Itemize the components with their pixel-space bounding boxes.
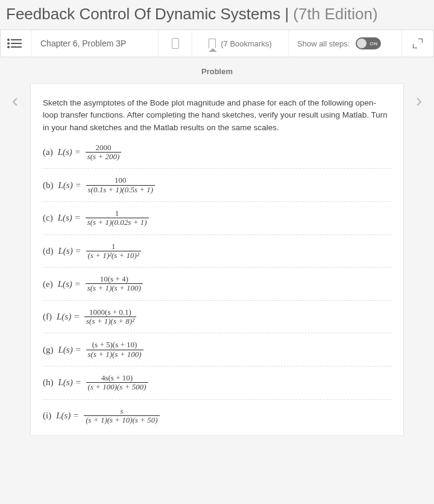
show-steps-toggle[interactable]: ON <box>356 37 381 49</box>
title-edition: (7th Edition) <box>293 5 377 23</box>
toolbar: Chapter 6, Problem 3P (7 Bookmarks) Show… <box>0 30 434 57</box>
eq-fraction: 10(s + 4) s(s + 1)(s + 100) <box>86 275 143 293</box>
eq-fraction: (s + 5)(s + 10) s(s + 1)(s + 100) <box>86 341 143 359</box>
next-button[interactable]: › <box>404 83 434 112</box>
show-steps-label: Show all steps: <box>297 39 350 48</box>
eq-den: s(0.1s + 1)(0.5s + 1) <box>88 185 154 194</box>
chevron-left-icon: ‹ <box>12 89 19 111</box>
eq-label: (d) <box>43 244 54 258</box>
device-icon <box>172 38 179 49</box>
problem-card: Sketch the asymptotes of the Bode plot m… <box>30 83 404 436</box>
eq-label: (f) <box>43 310 52 324</box>
eq-den: s(s + 1)(s + 8)² <box>86 317 134 326</box>
eq-label: (a) <box>43 145 53 159</box>
eq-fraction: 1000(s + 0.1) s(s + 1)(s + 8)² <box>84 308 136 326</box>
eq-lhs: L(s) = <box>56 411 79 420</box>
equation-g: (g) L(s) = (s + 5)(s + 10) s(s + 1)(s + … <box>43 333 391 367</box>
eq-num: 4s(s + 10) <box>99 374 134 382</box>
title-main: Feedback Control Of Dynamic Systems <box>6 5 280 23</box>
eq-den: s(s + 1)(s + 100) <box>88 350 142 359</box>
list-icon <box>11 39 22 48</box>
eq-lhs: L(s) = <box>58 213 81 222</box>
section-header: Problem <box>0 57 434 83</box>
show-steps-control: Show all steps: ON <box>289 30 402 57</box>
eq-lhs: L(s) = <box>58 147 81 157</box>
eq-lhs: L(s) = <box>58 345 81 354</box>
eq-num: 100 <box>113 176 128 184</box>
title-sep: | <box>280 5 293 23</box>
prev-button[interactable]: ‹ <box>0 83 30 112</box>
eq-num: (s + 5)(s + 10) <box>90 341 139 349</box>
toggle-label: ON <box>370 41 377 46</box>
eq-den: s(s + 1)(s + 100) <box>87 283 141 292</box>
equation-b: (b) L(s) = 100 s(0.1s + 1)(0.5s + 1) <box>43 169 391 202</box>
eq-fraction: s (s + 1)(s + 10)(s + 50) <box>84 407 159 425</box>
eq-lhs: L(s) = <box>58 377 81 387</box>
bookmark-count: (7 Bookmarks) <box>221 39 272 48</box>
eq-fraction: 1 s(s + 1)(0.02s + 1) <box>86 209 149 227</box>
eq-fraction: 1 (s + 1)²(s + 10)² <box>86 242 141 260</box>
eq-fraction: 4s(s + 10) (s + 100)(s + 500) <box>86 374 148 392</box>
eq-label: (b) <box>43 178 54 192</box>
page-title: Feedback Control Of Dynamic Systems | (7… <box>0 0 434 30</box>
eq-fraction: 100 s(0.1s + 1)(0.5s + 1) <box>86 176 156 194</box>
toc-button[interactable] <box>1 30 32 57</box>
equation-i: (i) L(s) = s (s + 1)(s + 10)(s + 50) <box>43 400 391 425</box>
eq-fraction: 2000 s(s + 200) <box>86 143 122 162</box>
eq-num: s <box>120 406 123 415</box>
eq-label: (i) <box>43 409 51 423</box>
equation-c: (c) L(s) = 1 s(s + 1)(0.02s + 1) <box>43 202 391 235</box>
bookmark-icon <box>209 39 216 48</box>
chevron-right-icon: › <box>416 89 423 111</box>
equation-d: (d) L(s) = 1 (s + 1)²(s + 10)² <box>43 235 391 268</box>
toggle-knob <box>357 39 366 48</box>
eq-lhs: L(s) = <box>57 312 80 321</box>
equation-e: (e) L(s) = 10(s + 4) s(s + 1)(s + 100) <box>43 268 391 301</box>
eq-num: 1 <box>113 209 121 218</box>
eq-lhs: L(s) = <box>58 279 81 289</box>
expand-icon <box>413 39 423 48</box>
equation-h: (h) L(s) = 4s(s + 10) (s + 100)(s + 500) <box>43 367 391 400</box>
eq-num: 10(s + 4) <box>98 275 130 283</box>
eq-lhs: L(s) = <box>58 246 81 256</box>
eq-label: (e) <box>43 277 53 291</box>
content-row: ‹ Sketch the asymptotes of the Bode plot… <box>0 83 434 436</box>
chapter-label: Chapter 6, Problem 3P <box>32 30 159 57</box>
eq-den: s(s + 200) <box>87 152 120 161</box>
eq-label: (c) <box>43 211 53 225</box>
eq-num: 2000 <box>93 143 113 152</box>
eq-den: (s + 1)²(s + 10)² <box>88 251 139 260</box>
eq-label: (h) <box>43 376 54 389</box>
equation-f: (f) L(s) = 1000(s + 0.1) s(s + 1)(s + 8)… <box>43 301 391 334</box>
eq-label: (g) <box>43 343 54 357</box>
eq-den: (s + 1)(s + 10)(s + 50) <box>86 415 157 424</box>
device-button[interactable] <box>159 30 192 57</box>
fullscreen-button[interactable] <box>402 30 433 57</box>
bookmark-button[interactable]: (7 Bookmarks) <box>192 30 289 57</box>
problem-prompt: Sketch the asymptotes of the Bode plot m… <box>43 97 391 134</box>
equation-a: (a) L(s) = 2000 s(s + 200) <box>43 141 391 169</box>
eq-num: 1000(s + 0.1) <box>87 308 133 317</box>
eq-den: s(s + 1)(0.02s + 1) <box>87 218 147 227</box>
eq-lhs: L(s) = <box>58 180 81 190</box>
eq-num: 1 <box>110 242 118 251</box>
eq-den: (s + 100)(s + 500) <box>88 382 146 391</box>
